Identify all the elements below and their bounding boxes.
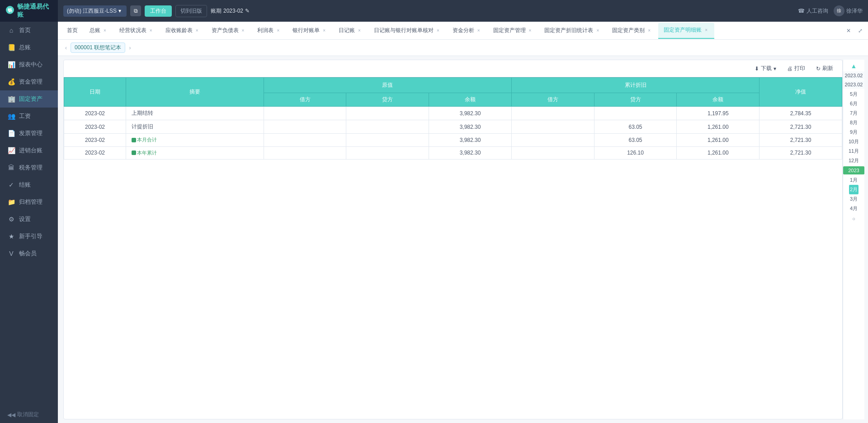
print-button[interactable]: 🖨 打印 [783,63,809,74]
tab-资产负债表[interactable]: 资产负债表× [206,23,251,39]
sidebar-label-payroll: 工资 [19,112,31,120]
tab-固定资产类别[interactable]: 固定资产类别× [607,23,657,39]
sidebar-label-ledger: 总账 [19,43,31,52]
sidebar-item-payroll[interactable]: 👥 工资 [0,108,58,125]
right-panel-month-prev-1[interactable]: 6月 [848,99,860,108]
tab-固定资产明细账[interactable]: 固定资产明细账× [658,23,714,39]
year-label-top2[interactable]: 2023.02 [843,80,864,89]
tab-close-2[interactable]: × [148,28,154,33]
sidebar-label-archive: 归档管理 [19,198,42,206]
sidebar-item-fund[interactable]: 💰 资金管理 [0,73,58,90]
tab-固定资产折旧统计表[interactable]: 固定资产折旧统计表× [539,23,606,39]
period-display: 账期 2023-02 ✎ [211,7,250,15]
sidebar-icon-reports: 📊 [7,61,15,68]
scroll-up-arrow[interactable]: ▲ [850,61,858,70]
right-panel-month-curr-3[interactable]: 4月 [849,204,859,213]
maximize-tab-button[interactable]: ⤢ [856,27,864,35]
tab-银行对账单[interactable]: 银行对账单× [287,23,332,39]
sidebar-item-tax[interactable]: 🏛 税务管理 [0,159,58,176]
right-panel-month-curr-0[interactable]: 1月 [849,175,859,185]
tab-应收账龄表[interactable]: 应收账龄表× [160,23,205,39]
tab-利润表[interactable]: 利润表× [252,23,286,39]
workbench-button[interactable]: 工作台 [145,5,172,17]
right-panel-month-prev-2[interactable]: 7月 [848,108,860,118]
tab-close-10[interactable]: × [528,28,533,33]
cell-orig-debit-2 [264,134,346,147]
sidebar-item-reports[interactable]: 📊 报表中心 [0,56,58,73]
cell-date-0: 2023-02 [64,107,126,120]
sidebar-icon-settle: ✓ [7,181,15,188]
tab-close-7[interactable]: × [357,28,362,33]
cell-orig-credit-1 [346,120,429,134]
refresh-button[interactable]: ↻ 刷新 [812,63,837,74]
tab-日记账[interactable]: 日记账× [333,23,368,39]
sidebar-item-settings[interactable]: ⚙ 设置 [0,211,58,228]
tab-close-11[interactable]: × [595,28,600,33]
cell-orig-debit-0 [264,107,346,120]
tabbar: 首页总账×经营状况表×应收账龄表×资产负债表×利润表×银行对账单×日记账×日记账… [58,22,868,40]
asset-breadcrumb[interactable]: 000001 联想笔记本 [71,42,125,53]
support-button[interactable]: ☎ 人工咨询 [798,7,828,15]
tab-close-3[interactable]: × [194,28,200,33]
tab-close-1[interactable]: × [102,28,108,33]
tab-日记账与银行对账单核对[interactable]: 日记账与银行对账单核对× [368,23,446,39]
right-panel-month-prev-6[interactable]: 11月 [848,146,860,156]
copy-button[interactable]: ⧉ [130,5,141,16]
sidebar-label-tax: 税务管理 [19,164,42,172]
oldver-button[interactable]: 切到旧版 [175,5,207,17]
company-selector[interactable]: (勿动) 江西服豆-LSS ▾ [63,5,127,17]
sidebar-icon-guide: ★ [7,233,15,240]
tab-label-2: 经营状况表 [119,27,146,34]
tab-资金分析[interactable]: 资金分析× [447,23,487,39]
sidebar-item-member[interactable]: V 畅会员 [0,245,58,262]
sidebar-item-invoice[interactable]: 📄 发票管理 [0,125,58,142]
sidebar-pin[interactable]: ◀◀ 取消固定 [0,406,58,423]
tab-close-8[interactable]: × [435,28,441,33]
download-button[interactable]: ⬇ 下载 ▾ [751,63,780,74]
tab-总账[interactable]: 总账× [84,23,113,39]
tab-经营状况表[interactable]: 经营状况表× [114,23,159,39]
user-menu[interactable]: 徐 徐泽华 [834,5,863,16]
headset-icon: ☎ [798,8,805,14]
tab-close-5[interactable]: × [275,28,281,33]
right-panel: ▲ 2023.02 2023.02 5月6月7月8月9月10月11月12月 20… [843,60,864,419]
sidebar-item-settle[interactable]: ✓ 结账 [0,176,58,193]
sidebar-icon-archive: 📁 [7,198,15,206]
sidebar-item-fixed-assets[interactable]: 🏢 固定资产 [0,90,58,108]
col-net-value: 净值 [760,78,842,107]
nav-prev-arrow[interactable]: ‹ [63,44,69,52]
sidebar-item-home[interactable]: ⌂ 首页 [0,22,58,39]
tab-固定资产管理[interactable]: 固定资产管理× [488,23,538,39]
refresh-label: 刷新 [822,65,833,72]
right-panel-month-prev-7[interactable]: 12月 [848,156,860,165]
period-edit-icon[interactable]: ✎ [245,8,250,14]
right-panel-month-prev-3[interactable]: 8月 [848,118,860,127]
year-badge[interactable]: 2023 [843,166,864,174]
more-icon[interactable]: ○ [843,214,864,223]
right-panel-month-prev-4[interactable]: 9月 [848,127,860,137]
tab-close-9[interactable]: × [476,28,481,33]
sidebar-item-archive[interactable]: 📁 归档管理 [0,193,58,211]
right-panel-month-prev-0[interactable]: 5月 [848,89,860,99]
year-label-top[interactable]: 2023.02 [843,71,864,80]
sidebar-item-ledger[interactable]: 📒 总账 [0,39,58,56]
right-panel-month-curr-1[interactable]: 2月 [849,185,859,194]
tab-首页[interactable]: 首页 [61,23,83,39]
close-tab-button[interactable]: ✕ [844,27,853,35]
right-panel-month-curr-2[interactable]: 3月 [849,194,859,204]
cell-accum-balance-3: 1,261.00 [677,146,760,160]
tab-close-4[interactable]: × [241,28,246,33]
tab-label-6: 银行对账单 [292,27,320,34]
app-logo: 畅 畅捷通易代账 [0,0,58,22]
sidebar-item-sales[interactable]: 📈 进销台账 [0,142,58,159]
tab-close-6[interactable]: × [321,28,327,33]
sidebar-item-guide[interactable]: ★ 新手引导 [0,228,58,245]
table-row: 2023-02 上期结转 3,982.30 1,197.95 2,784.35 [64,107,842,120]
sidebar-icon-tax: 🏛 [7,164,15,171]
nav-next-arrow[interactable]: › [127,44,132,52]
right-panel-month-prev-5[interactable]: 10月 [848,137,860,146]
tab-close-12[interactable]: × [646,28,652,33]
cell-net-value-2: 2,721.30 [760,134,842,147]
tab-close-13[interactable]: × [703,27,709,33]
table-row: 2023-02 本年累计 3,982.30 126.10 1,261.00 2,… [64,146,842,160]
